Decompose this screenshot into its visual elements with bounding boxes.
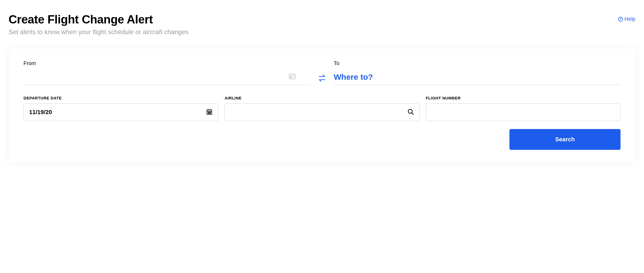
page-title: Create Flight Change Alert — [9, 13, 618, 26]
swap-icon — [318, 74, 326, 82]
departure-date-label: DEPARTURE DATE — [23, 96, 218, 100]
from-input[interactable] — [23, 73, 289, 82]
from-input-wrap — [23, 72, 310, 85]
to-input-wrap — [334, 72, 621, 85]
search-icon — [407, 109, 414, 116]
departure-date-input[interactable] — [29, 109, 206, 116]
help-link[interactable]: ? Help — [618, 16, 635, 22]
to-label: To — [334, 60, 621, 66]
svg-point-12 — [209, 113, 210, 114]
calendar-icon — [206, 109, 213, 116]
airline-input[interactable] — [230, 109, 407, 116]
help-label: Help — [625, 16, 635, 22]
airline-label: AIRLINE — [225, 96, 419, 100]
svg-point-9 — [209, 112, 210, 113]
to-group: To — [334, 60, 621, 85]
airline-group: AIRLINE — [225, 96, 419, 121]
search-card: From To — [9, 49, 635, 163]
swap-button[interactable] — [314, 74, 330, 82]
departure-date-group: DEPARTURE DATE — [23, 96, 218, 121]
from-label: From — [23, 60, 310, 66]
svg-point-8 — [208, 112, 209, 113]
header-text: Create Flight Change Alert Set alerts to… — [9, 13, 618, 36]
airline-wrap[interactable] — [225, 103, 419, 121]
page-subtitle: Set alerts to know when your flight sche… — [9, 28, 618, 36]
svg-line-15 — [412, 113, 413, 114]
page-header: Create Flight Change Alert Set alerts to… — [9, 13, 635, 36]
actions-row: Search — [23, 129, 621, 150]
search-button[interactable]: Search — [509, 129, 621, 150]
flight-number-label: FLIGHT NUMBER — [426, 96, 621, 100]
svg-point-10 — [210, 112, 211, 113]
svg-point-11 — [208, 113, 209, 114]
from-group: From — [23, 60, 310, 85]
flight-number-group: FLIGHT NUMBER — [426, 96, 621, 121]
contact-card-icon[interactable] — [289, 74, 295, 80]
help-icon: ? — [618, 17, 623, 22]
flight-number-input[interactable] — [431, 109, 615, 116]
details-row: DEPARTURE DATE — [23, 96, 621, 121]
flight-number-wrap[interactable] — [426, 103, 621, 121]
location-row: From To — [23, 60, 621, 85]
departure-date-wrap[interactable] — [23, 103, 218, 121]
svg-point-13 — [210, 113, 211, 114]
svg-point-1 — [290, 75, 292, 77]
to-input[interactable] — [334, 73, 621, 82]
